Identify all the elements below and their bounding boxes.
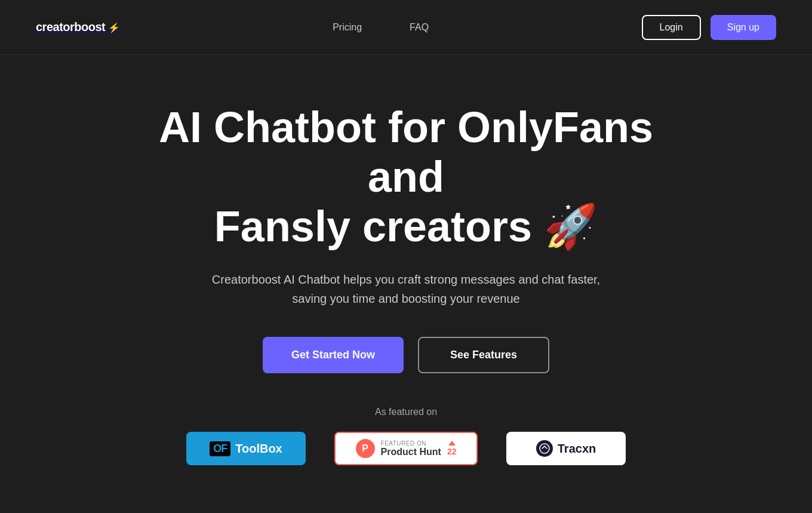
ph-vote-count: 22 (447, 441, 457, 456)
nav-link-pricing[interactable]: Pricing (333, 22, 362, 33)
ph-name-text: Product Hunt (381, 447, 441, 457)
tracxn-badge[interactable]: Tracxn (506, 432, 626, 465)
tracxn-label: Tracxn (558, 442, 596, 456)
featured-section: As featured on OF ToolBox P FEATURED ON … (186, 407, 626, 465)
get-started-button[interactable]: Get Started Now (263, 337, 404, 373)
signup-button[interactable]: Sign up (710, 15, 776, 40)
logo-text: creatorboost (36, 20, 105, 33)
featured-logos: OF ToolBox P FEATURED ON Product Hunt 22 (186, 432, 626, 465)
ph-triangle-icon (448, 441, 456, 446)
navbar: creatorboost ⚡ Pricing FAQ Login Sign up (0, 0, 812, 55)
of-toolbox-badge[interactable]: OF ToolBox (186, 432, 306, 465)
nav-links: Pricing FAQ (333, 22, 429, 33)
of-toolbox-label: ToolBox (235, 442, 282, 456)
svg-point-0 (540, 444, 549, 453)
product-hunt-icon: P (356, 439, 375, 458)
see-features-button[interactable]: See Features (418, 337, 549, 373)
hero-buttons: Get Started Now See Features (263, 337, 549, 373)
tracxn-icon (536, 440, 553, 457)
featured-label: As featured on (375, 407, 437, 417)
ph-number-text: 22 (447, 447, 457, 456)
nav-logo[interactable]: creatorboost ⚡ (36, 20, 120, 34)
hero-subtitle: Creatorboost AI Chatbot helps you craft … (197, 270, 615, 308)
ph-featured-on-text: FEATURED ON (381, 440, 426, 447)
nav-link-faq[interactable]: FAQ (410, 22, 429, 33)
logo-icon: ⚡ (108, 23, 120, 33)
social-proof-text: Our AI Chatbot is used by hundreds of On… (0, 501, 812, 513)
hero-section: AI Chatbot for OnlyFans and Fansly creat… (0, 55, 812, 501)
of-badge-of-text: OF (210, 441, 230, 456)
product-hunt-middle: FEATURED ON Product Hunt (381, 440, 441, 457)
product-hunt-badge[interactable]: P FEATURED ON Product Hunt 22 (334, 432, 478, 465)
hero-title-line2: Fansly creators 🚀 (214, 202, 598, 250)
nav-buttons: Login Sign up (642, 15, 776, 40)
hero-title: AI Chatbot for OnlyFans and Fansly creat… (137, 103, 675, 251)
login-button[interactable]: Login (642, 15, 701, 40)
hero-title-line1: AI Chatbot for OnlyFans and (159, 103, 653, 201)
